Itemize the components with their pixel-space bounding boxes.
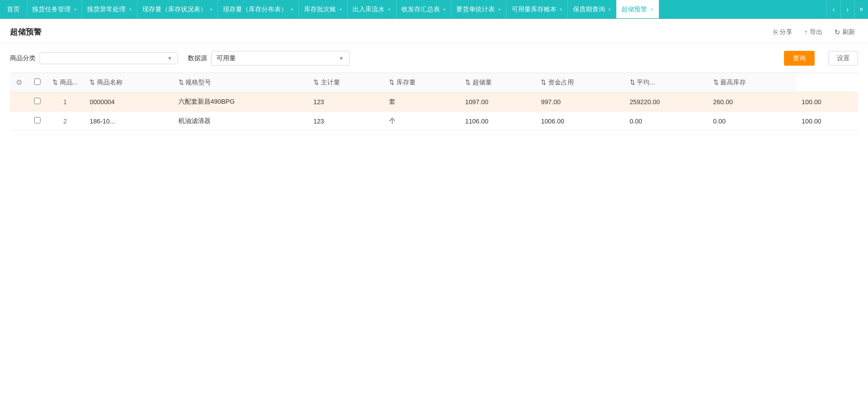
nav-item-8[interactable]: 可用量库存账本 × (507, 0, 568, 19)
col-spec[interactable]: ⇅ 规格型号 (173, 73, 307, 92)
top-navigation: 首页 拣货任务管理 × 拣货异常处理 × 现存量（库存状况表） × 现存量（库存… (0, 0, 868, 19)
cell-capital: 0.00 (624, 112, 707, 131)
row-settings-cell (10, 112, 28, 131)
export-icon: ↑ (804, 28, 808, 36)
cell-stock: 1097.00 (459, 92, 535, 112)
header-actions: ⎘ 分享 ↑ 导出 ↻ 刷新 (771, 26, 858, 39)
nav-arrow-left[interactable]: ‹ (826, 0, 840, 19)
query-button[interactable]: 查询 (784, 51, 815, 66)
col-settings: ⚙ (10, 73, 28, 92)
cell-avg-price: 260.00 (707, 92, 796, 112)
cell-max-stock: 100.00 (796, 92, 858, 112)
nav-item-5[interactable]: 出入库流水 × (347, 0, 396, 19)
cell-product-name: 六配套新昌490BPG (173, 92, 307, 112)
close-icon-3[interactable]: × (290, 6, 293, 12)
row-checkbox-cell (28, 112, 46, 131)
close-icon-9[interactable]: × (608, 6, 611, 12)
cell-unit: 套 (383, 92, 459, 112)
close-icon-10[interactable]: × (650, 6, 653, 12)
row-checkbox-cell (28, 92, 46, 112)
close-icon-6[interactable]: × (443, 6, 446, 12)
home-tab[interactable]: 首页 (0, 0, 27, 19)
close-icon-8[interactable]: × (560, 6, 563, 12)
nav-arrow-right[interactable]: › (840, 0, 854, 19)
nav-item-6[interactable]: 收发存汇总表 × (396, 0, 451, 19)
nav-item-3[interactable]: 现存量（库存分布表） × (218, 0, 299, 19)
cell-spec: 123 (307, 112, 384, 131)
close-icon-7[interactable]: × (498, 6, 501, 12)
nav-arrow-group: ‹ › × (826, 0, 868, 19)
refresh-icon: ↻ (834, 28, 840, 36)
row-number: 2 (46, 112, 84, 131)
table-container: ⚙ ⇅ 商品... ⇅ 商品名称 ⇅ 规格型号 (0, 73, 868, 131)
cell-stock: 1106.00 (459, 112, 535, 131)
nav-item-1[interactable]: 拣货异常处理 × (82, 0, 137, 19)
row-checkbox-0[interactable] (34, 98, 41, 104)
page-title: 超储预警 (10, 27, 42, 38)
chevron-down-icon-2: ▼ (339, 55, 344, 61)
category-filter-group: 商品分类 ▼ (10, 52, 178, 64)
select-all-checkbox[interactable] (34, 79, 41, 85)
close-icon-1[interactable]: × (129, 6, 131, 12)
nav-item-4[interactable]: 库存批次账 × (299, 0, 347, 19)
datasource-filter-group: 数据源 可用量 ▼ (188, 51, 349, 66)
col-product-code[interactable]: ⇅ 商品... (46, 73, 84, 92)
close-icon-2[interactable]: × (210, 6, 213, 12)
category-select[interactable]: ▼ (40, 52, 178, 64)
cell-unit: 个 (383, 112, 459, 131)
page-content: 超储预警 ⎘ 分享 ↑ 导出 ↻ 刷新 商品分类 ▼ 数据源 (0, 19, 868, 395)
cell-avg-price: 0.00 (707, 112, 796, 131)
filter-area: 商品分类 ▼ 数据源 可用量 ▼ 查询 设置 (0, 44, 868, 73)
col-capital[interactable]: ⇅ 资金占用 (535, 73, 623, 92)
cell-capital: 259220.00 (624, 92, 707, 112)
page-header: 超储预警 ⎘ 分享 ↑ 导出 ↻ 刷新 (0, 19, 868, 44)
table-header-row: ⚙ ⇅ 商品... ⇅ 商品名称 ⇅ 规格型号 (10, 73, 858, 92)
cell-product-code: 0000004 (84, 92, 172, 112)
col-avg-price[interactable]: ⇅ 平均... (624, 73, 707, 92)
nav-arrow-close[interactable]: × (854, 0, 868, 19)
col-overstock[interactable]: ⇅ 超储量 (459, 73, 535, 92)
table-row: 2 186-10... 机油滤清器 123 个 1106.00 1006.00 … (10, 112, 858, 131)
col-unit[interactable]: ⇅ 主计量 (307, 73, 384, 92)
settings-button[interactable]: 设置 (828, 51, 858, 66)
cell-overstock: 997.00 (535, 92, 623, 112)
row-number: 1 (46, 92, 84, 112)
share-icon: ⎘ (774, 28, 778, 36)
row-settings-cell (10, 92, 28, 112)
nav-item-10[interactable]: 超储预警 × (616, 0, 658, 19)
table-row: 1 0000004 六配套新昌490BPG 123 套 1097.00 997.… (10, 92, 858, 112)
close-icon-5[interactable]: × (388, 6, 391, 12)
chevron-down-icon: ▼ (167, 55, 173, 61)
export-button[interactable]: ↑ 导出 (801, 26, 825, 39)
close-icon-4[interactable]: × (339, 6, 342, 12)
row-checkbox-1[interactable] (34, 117, 41, 123)
cell-max-stock: 100.00 (796, 112, 858, 131)
nav-item-7[interactable]: 要货单统计表 × (451, 0, 506, 19)
table-settings-icon[interactable]: ⚙ (16, 78, 22, 86)
nav-item-9[interactable]: 保质期查询 × (568, 0, 616, 19)
col-checkbox-all (28, 73, 46, 92)
datasource-select[interactable]: 可用量 ▼ (211, 51, 349, 66)
share-button[interactable]: ⎘ 分享 (771, 26, 795, 39)
col-max-stock[interactable]: ⇅ 最高库存 (707, 73, 796, 92)
nav-item-0[interactable]: 拣货任务管理 × (27, 0, 82, 19)
cell-product-code: 186-10... (84, 112, 172, 131)
data-table: ⚙ ⇅ 商品... ⇅ 商品名称 ⇅ 规格型号 (10, 73, 858, 131)
category-label: 商品分类 (10, 54, 36, 63)
datasource-select-value: 可用量 (217, 54, 236, 63)
cell-spec: 123 (307, 92, 384, 112)
refresh-button[interactable]: ↻ 刷新 (831, 26, 858, 39)
close-icon-0[interactable]: × (74, 6, 77, 12)
datasource-label: 数据源 (188, 54, 207, 63)
col-stock[interactable]: ⇅ 库存量 (383, 73, 459, 92)
cell-product-name: 机油滤清器 (173, 112, 307, 131)
col-product-name[interactable]: ⇅ 商品名称 (84, 73, 172, 92)
cell-overstock: 1006.00 (535, 112, 623, 131)
nav-item-2[interactable]: 现存量（库存状况表） × (137, 0, 218, 19)
